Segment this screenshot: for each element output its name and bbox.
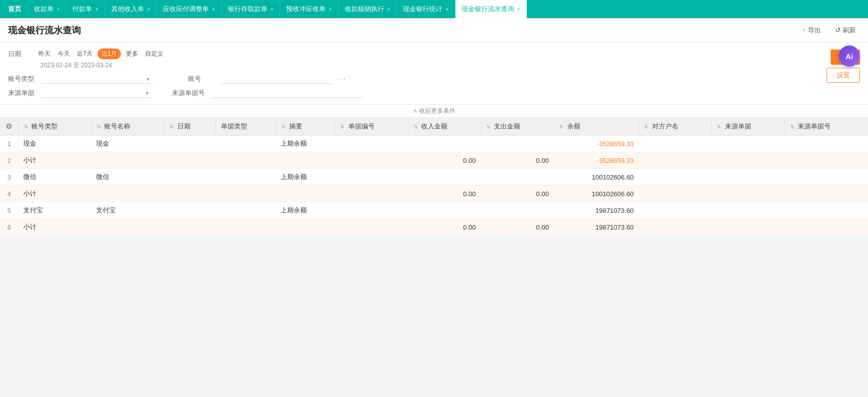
nav-tab-payments[interactable]: 付款单 × xyxy=(66,0,105,18)
col-income[interactable]: ⇅ 收入金额 xyxy=(408,118,481,136)
account-type-filter: 账号类型 xyxy=(8,74,153,84)
shortcut-today[interactable]: 今天 xyxy=(56,49,72,59)
cell-summary: 上期余额 xyxy=(276,169,335,186)
nav-tab-other-income[interactable]: 其他收入单 × xyxy=(105,0,157,18)
cell-account-type: 小计 xyxy=(18,152,91,169)
close-icon[interactable]: × xyxy=(57,6,60,12)
col-account-type[interactable]: ⇅ 账号类型 xyxy=(18,118,91,136)
cell-doc-type xyxy=(216,136,276,152)
close-icon[interactable]: × xyxy=(95,6,98,12)
source-doc-no-input[interactable] xyxy=(211,88,362,98)
close-icon[interactable]: × xyxy=(147,6,150,12)
cell-counterpart xyxy=(639,169,712,186)
cell-source-doc xyxy=(712,202,785,219)
col-expense[interactable]: ⇅ 支出金额 xyxy=(481,118,554,136)
table-body: 1 现金 现金 上期余额 -3528659.33 2 小计 xyxy=(0,136,868,236)
nav-tab-receipts[interactable]: 收款单 × xyxy=(28,0,66,18)
nav-tab-cash-bank-flow[interactable]: 现金银行流水查询 × xyxy=(455,0,527,18)
col-counterpart[interactable]: ⇅ 对方户名 xyxy=(639,118,712,136)
close-icon[interactable]: × xyxy=(329,6,332,12)
cell-income: 0.00 xyxy=(408,219,481,236)
account-dots-button[interactable]: ··· xyxy=(337,74,346,83)
shortcut-custom[interactable]: 自定义 xyxy=(143,49,165,59)
gear-icon[interactable]: ⚙ xyxy=(6,122,12,130)
cell-expense: 0.00 xyxy=(481,219,554,236)
sort-icon: ⇅ xyxy=(414,124,418,129)
cell-source-doc-no xyxy=(785,169,868,186)
source-doc-select[interactable] xyxy=(40,88,152,98)
date-shortcuts: 昨天 今天 近7天 近1月 更多 自定义 xyxy=(36,49,165,59)
col-doc-type[interactable]: 单据类型 xyxy=(216,118,276,136)
cell-balance: -3528659.33 xyxy=(554,136,639,152)
table-container: ⚙ ⇅ 账号类型 ⇅ 账号名称 ⇅ 日期 单据类型 ⇅ xyxy=(0,118,868,236)
ai-assistant-button[interactable]: Ai xyxy=(839,46,860,67)
close-icon[interactable]: × xyxy=(212,6,215,12)
cell-account-type: 小计 xyxy=(18,186,91,202)
table-row-subtotal: 2 小计 0.00 0.00 -3528659.33 xyxy=(0,152,868,169)
cell-date xyxy=(164,136,216,152)
cell-summary: 上期余额 xyxy=(276,136,335,152)
cell-expense: 0.00 xyxy=(481,186,554,202)
refresh-button[interactable]: ↺ 刷新 xyxy=(831,24,860,37)
cell-expense xyxy=(481,169,554,186)
nav-tab-prepay-offset[interactable]: 预收冲应收单 × xyxy=(280,0,338,18)
cell-source-doc xyxy=(712,152,785,169)
shortcut-7days[interactable]: 近7天 xyxy=(75,49,95,59)
row-num: 3 xyxy=(0,169,18,186)
col-doc-no[interactable]: ⇅ 单据编号 xyxy=(335,118,408,136)
account-type-select[interactable] xyxy=(41,74,153,84)
sort-icon: ⇅ xyxy=(717,124,721,129)
table-row-subtotal: 6 小计 0.00 0.00 19871073.60 xyxy=(0,219,868,236)
filter-area: 日期 昨天 今天 近7天 近1月 更多 自定义 2023-02-24 至 202… xyxy=(0,42,868,105)
nav-home[interactable]: 首页 xyxy=(2,0,28,18)
sort-icon: ⇅ xyxy=(340,124,344,129)
shortcut-1month[interactable]: 近1月 xyxy=(98,49,121,59)
date-range-text: 2023-02-24 至 2023-03-24 xyxy=(40,61,112,70)
cell-balance: -3528659.33 xyxy=(554,152,639,169)
cell-doc-type xyxy=(216,152,276,169)
cell-income xyxy=(408,202,481,219)
export-icon: ↑ xyxy=(803,26,806,34)
col-account-name[interactable]: ⇅ 账号名称 xyxy=(91,118,164,136)
cell-income: 0.00 xyxy=(408,186,481,202)
col-settings[interactable]: ⚙ xyxy=(0,118,18,136)
cell-source-doc-no xyxy=(785,186,868,202)
shortcut-more[interactable]: 更多 xyxy=(124,49,140,59)
nav-tab-bank-deposit[interactable]: 银行存取款单 × xyxy=(222,0,280,18)
source-doc-filter: 来源单据 xyxy=(8,88,152,98)
shortcut-yesterday[interactable]: 昨天 xyxy=(36,49,53,59)
col-source-doc[interactable]: ⇅ 来源单据 xyxy=(712,118,785,136)
cell-source-doc xyxy=(712,219,785,236)
cell-counterpart xyxy=(639,186,712,202)
date-filter-row: 日期 昨天 今天 近7天 近1月 更多 自定义 xyxy=(8,49,814,59)
close-icon[interactable]: × xyxy=(517,6,520,12)
close-icon[interactable]: × xyxy=(387,6,390,12)
cell-income xyxy=(408,136,481,152)
cell-doc-no xyxy=(335,202,408,219)
nav-tab-collection-exec[interactable]: 收款核销执行 × xyxy=(339,0,397,18)
close-icon[interactable]: × xyxy=(445,6,448,12)
nav-tab-ar-ap-adjust[interactable]: 应收应付调整单 × xyxy=(157,0,221,18)
cell-summary xyxy=(276,219,335,236)
nav-tab-cash-bank-stats[interactable]: 现金银行统计 × xyxy=(397,0,455,18)
source-doc-label: 来源单据 xyxy=(8,89,34,98)
account-input[interactable] xyxy=(221,74,333,84)
cell-doc-type xyxy=(216,202,276,219)
col-balance[interactable]: ⇅ 余额 xyxy=(554,118,639,136)
cell-income xyxy=(408,169,481,186)
sort-icon: ⇅ xyxy=(169,124,173,129)
col-source-doc-no[interactable]: ⇅ 来源单据号 xyxy=(785,118,868,136)
sort-icon: ⇅ xyxy=(790,124,794,129)
date-range-row: 2023-02-24 至 2023-03-24 xyxy=(8,61,814,70)
cell-source-doc-no xyxy=(785,136,868,152)
settings-button[interactable]: 设置 xyxy=(827,68,860,83)
account-filter: 账号 ··· xyxy=(188,74,346,84)
table-header: ⚙ ⇅ 账号类型 ⇅ 账号名称 ⇅ 日期 单据类型 ⇅ xyxy=(0,118,868,136)
close-icon[interactable]: × xyxy=(270,6,273,12)
collapse-bar[interactable]: ∧ 收起更多条件 xyxy=(0,105,868,118)
table-row: 1 现金 现金 上期余额 -3528659.33 xyxy=(0,136,868,152)
col-summary[interactable]: ⇅ 摘要 xyxy=(276,118,335,136)
col-date[interactable]: ⇅ 日期 xyxy=(164,118,216,136)
header-actions: ↑ 导出 ↺ 刷新 xyxy=(799,24,860,37)
export-button[interactable]: ↑ 导出 xyxy=(799,24,826,37)
